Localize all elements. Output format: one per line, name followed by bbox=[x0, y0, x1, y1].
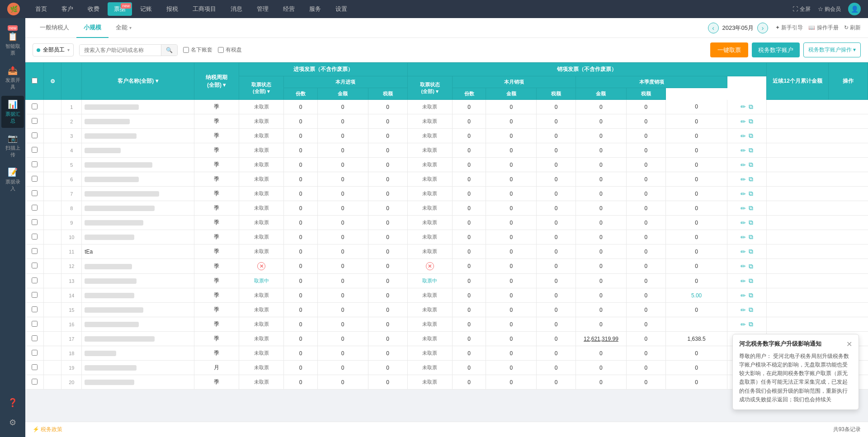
sidebar-item-invoice-open[interactable]: 📤 发票开具 bbox=[1, 62, 24, 94]
nav-operations[interactable]: 经营 bbox=[277, 2, 301, 16]
copy-icon[interactable]: ⧉ bbox=[749, 248, 753, 255]
row-checkbox[interactable] bbox=[32, 306, 38, 312]
nav-accounting[interactable]: 记账 bbox=[134, 2, 158, 16]
has-tax-disk-checkbox[interactable] bbox=[218, 47, 224, 53]
edit-icon[interactable]: ✏ bbox=[741, 132, 746, 140]
copy-icon[interactable]: ⧉ bbox=[749, 277, 753, 285]
row-checkbox[interactable] bbox=[32, 350, 38, 356]
copy-icon[interactable]: ⧉ bbox=[749, 233, 753, 241]
refresh-button[interactable]: ↻ 刷新 bbox=[844, 24, 861, 32]
row-checkbox[interactable] bbox=[32, 379, 38, 385]
tax-digital-ops-button[interactable]: 税务数字账户操作 ▾ bbox=[803, 42, 861, 57]
row-checkbox[interactable] bbox=[32, 132, 38, 138]
edit-icon[interactable]: ✏ bbox=[741, 147, 746, 154]
edit-icon[interactable]: ✏ bbox=[741, 161, 746, 169]
edit-icon[interactable]: ✏ bbox=[741, 205, 746, 212]
edit-icon[interactable]: ✏ bbox=[741, 103, 746, 110]
help-icon[interactable]: ❓ bbox=[4, 394, 22, 412]
copy-icon[interactable]: ⧉ bbox=[749, 103, 753, 111]
edit-icon[interactable]: ✏ bbox=[741, 306, 746, 314]
edit-icon[interactable]: ✏ bbox=[741, 277, 746, 285]
nav-billing[interactable]: 收费 bbox=[81, 2, 106, 16]
copy-icon[interactable]: ⧉ bbox=[749, 204, 753, 212]
row-checkbox[interactable] bbox=[32, 234, 38, 240]
row-checkbox-cell bbox=[26, 158, 44, 172]
edit-icon[interactable]: ✏ bbox=[741, 292, 746, 299]
sidebar-item-smart-ticket[interactable]: new 📋 智能取票 bbox=[1, 22, 24, 60]
settings-icon[interactable]: ⚙ bbox=[4, 414, 22, 432]
nav-business[interactable]: 工商项目 bbox=[186, 2, 222, 16]
employee-select[interactable]: 全部员工 ▾ bbox=[33, 43, 74, 56]
fullscreen-button[interactable]: ⛶ 全屏 bbox=[793, 5, 810, 13]
notification-close[interactable]: ✕ bbox=[846, 340, 852, 348]
row-out-count-cell: 0 bbox=[452, 114, 486, 129]
row-checkbox[interactable] bbox=[32, 263, 38, 268]
copy-icon[interactable]: ⧉ bbox=[749, 161, 753, 169]
tab-small-scale[interactable]: 小规模 bbox=[76, 18, 108, 38]
row-checkbox[interactable] bbox=[32, 219, 38, 225]
checkbox-has-tax-disk[interactable]: 有税盘 bbox=[218, 46, 242, 54]
row-checkbox[interactable] bbox=[32, 364, 38, 370]
row-checkbox[interactable] bbox=[32, 190, 38, 196]
copy-icon[interactable]: ⧉ bbox=[749, 219, 753, 226]
search-input[interactable] bbox=[80, 45, 161, 56]
edit-icon[interactable]: ✏ bbox=[741, 234, 746, 241]
copy-icon[interactable]: ⧉ bbox=[749, 306, 753, 314]
row-checkbox[interactable] bbox=[32, 161, 38, 167]
nav-settings[interactable]: 设置 bbox=[329, 2, 354, 16]
member-button[interactable]: ☆ 购会员 bbox=[818, 5, 841, 13]
row-checkbox[interactable] bbox=[32, 277, 38, 283]
nav-messages[interactable]: 消息 bbox=[224, 2, 249, 16]
copy-icon[interactable]: ⧉ bbox=[749, 263, 753, 270]
row-checkbox[interactable] bbox=[32, 147, 38, 153]
sub-account-checkbox[interactable] bbox=[183, 47, 189, 53]
row-12month-cell: 0 bbox=[665, 158, 727, 172]
edit-icon[interactable]: ✏ bbox=[741, 176, 746, 183]
new-user-guide[interactable]: ✦ 新手引导 bbox=[775, 24, 803, 32]
nav-services[interactable]: 服务 bbox=[303, 2, 327, 16]
tab-general-taxpayer[interactable]: 一般纳税人 bbox=[33, 18, 76, 38]
nav-management[interactable]: 管理 bbox=[250, 2, 275, 16]
sidebar-item-scan-upload[interactable]: 📷 扫描上传 bbox=[1, 130, 24, 162]
nav-tax[interactable]: 报税 bbox=[160, 2, 184, 16]
edit-icon[interactable]: ✏ bbox=[741, 219, 746, 226]
copy-icon[interactable]: ⧉ bbox=[749, 291, 753, 299]
row-checkbox[interactable] bbox=[32, 205, 38, 211]
row-checkbox[interactable] bbox=[32, 118, 38, 124]
nav-invoices[interactable]: 票据 new bbox=[108, 2, 132, 16]
row-checkbox[interactable] bbox=[32, 321, 38, 327]
sidebar-item-invoice-entry[interactable]: 📝 票据录入 bbox=[1, 164, 24, 196]
row-checkbox[interactable] bbox=[32, 292, 38, 298]
next-month-button[interactable]: › bbox=[757, 23, 768, 33]
row-checkbox[interactable] bbox=[32, 248, 38, 254]
row-checkbox[interactable] bbox=[32, 176, 38, 182]
tab-all[interactable]: 全能 ▾ bbox=[108, 18, 139, 38]
edit-icon[interactable]: ✏ bbox=[741, 190, 746, 197]
edit-icon[interactable]: ✏ bbox=[741, 118, 746, 125]
row-num-cell: 13 bbox=[61, 274, 82, 288]
copy-icon[interactable]: ⧉ bbox=[749, 132, 753, 140]
copy-icon[interactable]: ⧉ bbox=[749, 320, 753, 328]
operations-manual[interactable]: 📖 操作手册 bbox=[808, 24, 838, 32]
edit-icon[interactable]: ✏ bbox=[741, 321, 746, 328]
table-footer: ⚡ 税务政策 共93条记录 bbox=[25, 422, 868, 437]
tax-policy-link[interactable]: ⚡ 税务政策 bbox=[33, 426, 62, 433]
edit-icon[interactable]: ✏ bbox=[741, 263, 746, 270]
select-all-checkbox[interactable] bbox=[32, 78, 38, 84]
prev-month-button[interactable]: ‹ bbox=[708, 23, 719, 33]
edit-icon[interactable]: ✏ bbox=[741, 248, 746, 255]
copy-icon[interactable]: ⧉ bbox=[749, 117, 753, 125]
row-checkbox[interactable] bbox=[32, 335, 38, 341]
copy-icon[interactable]: ⧉ bbox=[749, 190, 753, 197]
row-checkbox[interactable] bbox=[32, 103, 38, 109]
copy-icon[interactable]: ⧉ bbox=[749, 175, 753, 183]
one-key-ticket-button[interactable]: 一键取票 bbox=[710, 42, 748, 57]
copy-icon[interactable]: ⧉ bbox=[749, 146, 753, 154]
checkbox-sub-account[interactable]: 名下账套 bbox=[183, 46, 212, 54]
search-button[interactable]: 🔍 bbox=[161, 45, 177, 56]
tax-digital-account-button[interactable]: 税务数字账户 bbox=[752, 42, 800, 57]
nav-home[interactable]: 首页 bbox=[29, 2, 53, 16]
avatar[interactable]: 👤 bbox=[848, 3, 861, 15]
nav-customers[interactable]: 客户 bbox=[55, 2, 80, 16]
sidebar-item-invoice-summary[interactable]: 📊 票据汇总 bbox=[1, 96, 24, 128]
